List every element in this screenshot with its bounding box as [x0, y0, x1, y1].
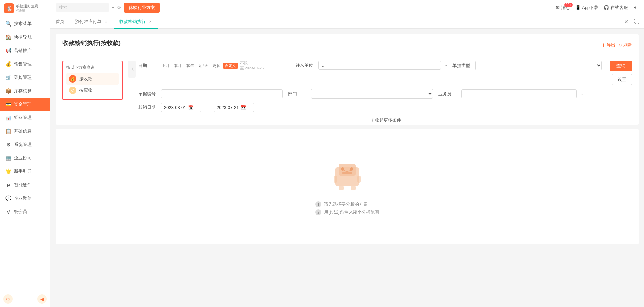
online-service-button[interactable]: 🎧 在线客服	[604, 5, 628, 11]
setting-button[interactable]: 设置	[612, 74, 632, 85]
export-button[interactable]: ⬇ 导出	[602, 42, 615, 48]
svg-rect-5	[334, 176, 337, 183]
date-this-year[interactable]: 本年	[184, 62, 195, 69]
sidebar-item-label: 销售管理	[14, 61, 32, 67]
filter-query-selector: 按以下方案查询 💰 按收款 ⏱ 按应收	[62, 61, 123, 125]
empty-hint-1: 1 请先选择要分析的方案	[315, 201, 379, 207]
sidebar-item-marketing[interactable]: 📢 营销推广	[0, 44, 50, 57]
svg-rect-4	[342, 172, 352, 174]
verify-date-end-input[interactable]: 2023-07-21 📅	[214, 103, 254, 112]
tab-bar: 首页 预付冲应付单 × 收款核销执行 × ✕ ⛶	[50, 15, 644, 29]
tab-receipt[interactable]: 收款核销执行 ×	[114, 16, 158, 29]
date-more[interactable]: 更多	[211, 62, 222, 69]
receivable-option-icon: ⏱	[69, 87, 76, 94]
message-icon: ✉	[556, 5, 560, 10]
app-download-button[interactable]: 📱 App下载	[575, 5, 598, 11]
verify-date-end-calendar-icon[interactable]: 📅	[240, 105, 246, 110]
partner-more-icon[interactable]: ···	[444, 63, 447, 68]
sidebar-item-system[interactable]: ⚙ 系统管理	[0, 138, 50, 151]
more-conditions-button[interactable]: 《 收起更多条件	[365, 116, 405, 125]
partner-input[interactable]	[318, 61, 441, 70]
filter-collapse-button[interactable]: 《	[128, 61, 136, 78]
doc-num-field: 单据编号	[138, 89, 283, 98]
sidebar-item-guide[interactable]: 🌟 新手引导	[0, 165, 50, 178]
messages-button[interactable]: ✉ 消息 99+	[556, 5, 570, 11]
sidebar-item-quick-nav[interactable]: 🏠 快捷导航	[0, 31, 50, 44]
logo-name: 畅捷通好生意	[16, 4, 38, 8]
vip-icon: V	[5, 209, 11, 215]
verify-date-separator: —	[204, 105, 211, 110]
sidebar-item-search[interactable]: 🔍 搜索菜单	[0, 17, 50, 31]
page-header: 收款核销执行(按收款) ⬇ 导出 ↻ 刷新	[56, 34, 639, 51]
date-hint: 不限 至 2023-07-26	[240, 61, 264, 71]
sidebar-item-inventory[interactable]: 📦 库存核算	[0, 84, 50, 98]
verify-date-field: 核销日期 2023-03-01 📅 — 2023-07-21 📅	[138, 103, 301, 112]
industry-button[interactable]: 休验行业方案	[124, 3, 160, 13]
partner-field: 往来单位 ···	[296, 61, 447, 70]
date-no-limit: 不限	[240, 61, 264, 66]
empty-state-hints: 1 请先选择要分析的方案 2 用[过滤]条件来缩小分析范围	[315, 201, 379, 217]
date-last-month[interactable]: 上月	[160, 62, 171, 69]
verify-date-start-input[interactable]: 2023-03-01 📅	[161, 103, 201, 112]
header-gear-icon[interactable]: ⚙	[117, 4, 121, 11]
doc-type-select[interactable]	[475, 61, 602, 70]
search-icon: 🔍	[5, 21, 11, 27]
date-to: 至 2023-07-26	[240, 66, 264, 71]
dept-select[interactable]	[311, 89, 433, 99]
date-7days[interactable]: 近7天	[197, 62, 210, 69]
tab-home[interactable]: 首页	[50, 16, 70, 29]
verify-date-start-calendar-icon[interactable]: 📅	[188, 105, 194, 110]
tab-close-all-button[interactable]: ✕	[621, 17, 631, 27]
empty-hint-num-2: 2	[315, 209, 321, 215]
sidebar-item-wechat[interactable]: 💬 企业微信	[0, 192, 50, 205]
sidebar-item-basic-info[interactable]: 📋 基础信息	[0, 124, 50, 138]
refresh-button[interactable]: ↻ 刷新	[618, 42, 632, 48]
sidebar-item-business[interactable]: 📊 经营管理	[0, 111, 50, 124]
sidebar-item-finance[interactable]: 💳 资金管理	[0, 98, 50, 111]
filter-card: 收款核销执行(按收款) ⬇ 导出 ↻ 刷新	[56, 34, 639, 125]
tab-receipt-close[interactable]: ×	[148, 19, 153, 24]
header-search-box[interactable]: 搜索	[56, 3, 109, 12]
doc-num-input[interactable]	[161, 89, 283, 98]
tab-fullscreen-button[interactable]: ⛶	[632, 17, 641, 27]
settings-button[interactable]: ⚙	[3, 294, 13, 304]
sidebar-item-hardware[interactable]: 🖥 智能硬件	[0, 178, 50, 192]
date-label: 日期	[138, 63, 158, 69]
logo-icon: 🐇	[4, 3, 14, 13]
refresh-icon: ↻	[618, 43, 622, 48]
empty-hint-text-1: 请先选择要分析的方案	[324, 201, 368, 207]
tab-prepay-close[interactable]: ×	[103, 19, 109, 24]
user-name: Rit	[633, 5, 639, 10]
main-area: 搜索 ▾ ⚙ 休验行业方案 ✉ 消息 99+ 📱 App下载 🎧 在线客服 Ri…	[50, 0, 644, 307]
sidebar-item-label: 新手引导	[14, 168, 32, 174]
header-dropdown-icon[interactable]: ▾	[112, 5, 114, 10]
sidebar-item-sales[interactable]: 💰 销售管理	[0, 57, 50, 71]
sidebar-item-purchase[interactable]: 🛒 采购管理	[0, 71, 50, 84]
sidebar-collapse-button[interactable]: ◀	[37, 294, 47, 304]
sidebar-item-enterprise[interactable]: 🏢 企业协同	[0, 151, 50, 165]
doc-type-label: 单据类型	[452, 63, 473, 69]
header-left: 搜索 ▾ ⚙ 休验行业方案	[56, 3, 552, 13]
sidebar-item-label: 资金管理	[14, 101, 32, 107]
system-icon: ⚙	[5, 142, 11, 148]
query-button[interactable]: 查询	[610, 61, 632, 71]
staff-input[interactable]	[461, 89, 577, 98]
staff-more-icon[interactable]: ···	[579, 91, 583, 96]
finance-icon: 💳	[5, 101, 11, 107]
date-custom-badge[interactable]: 自定义	[223, 63, 238, 69]
inventory-icon: 📦	[5, 88, 11, 94]
filter-option-by-receivable[interactable]: ⏱ 按应收	[66, 85, 119, 96]
sidebar-item-label: 搜索菜单	[14, 21, 32, 27]
tab-prepay[interactable]: 预付冲应付单 ×	[70, 16, 114, 29]
hardware-icon: 🖥	[5, 182, 11, 188]
svg-rect-8	[351, 186, 356, 190]
sidebar-item-vip[interactable]: V 畅会员	[0, 205, 50, 218]
more-conditions-row: 《 收起更多条件	[138, 116, 632, 125]
sidebar-item-label: 采购管理	[14, 74, 32, 81]
date-this-month[interactable]: 本月	[172, 62, 183, 69]
sidebar-item-label: 经营管理	[14, 115, 32, 121]
logo-text-group: 畅捷通好生意 标准版	[16, 4, 38, 13]
user-avatar[interactable]: Rit	[633, 5, 639, 10]
staff-label: 业务员	[438, 91, 459, 97]
filter-option-by-receipt[interactable]: 💰 按收款	[66, 73, 119, 85]
